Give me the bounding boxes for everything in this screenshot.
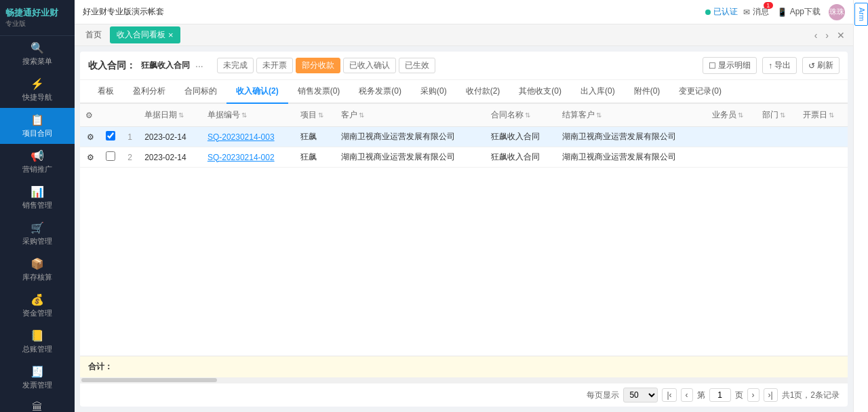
sidebar-icon: ⚡ [31, 77, 44, 90]
main-area: 好业财专业版演示帐套 已认证 ✉ 消息 1 📱 App下载 珠珠 首页 收入合同… [75, 0, 853, 412]
page-unit: 页 [735, 390, 743, 401]
sub-tab-税务发票[interactable]: 税务发票(0) [349, 80, 411, 104]
sub-tab-销售发票[interactable]: 销售发票(0) [288, 80, 350, 104]
th-project[interactable]: 项目 [295, 104, 336, 127]
row-code[interactable]: SQ-20230214-002 [202, 147, 295, 168]
sidebar-icon: 📢 [31, 149, 44, 162]
first-page-button[interactable]: |‹ [662, 388, 676, 402]
sub-tab-收付款[interactable]: 收付款(2) [456, 80, 510, 104]
row-dept [757, 127, 797, 147]
sub-tab-收入确认[interactable]: 收入确认(2) [226, 80, 288, 104]
more-button[interactable]: ··· [195, 60, 203, 71]
status-btn-部分收款[interactable]: 部分收款 [296, 58, 340, 73]
th-code[interactable]: 单据编号 [202, 104, 295, 127]
export-button[interactable]: ↑ 导出 [762, 57, 797, 74]
table-container[interactable]: ⚙单据日期单据编号项目客户合同名称结算客户业务员部门开票日 ⚙12023-02-… [80, 104, 848, 356]
sidebar-item-总账管理[interactable]: 📒总账管理 [0, 324, 75, 360]
horizontal-scrollbar[interactable] [80, 377, 848, 383]
sidebar-icon: 📒 [31, 329, 44, 342]
sidebar-icon: 🔍 [31, 41, 44, 54]
status-btn-已生效[interactable]: 已生效 [399, 58, 435, 73]
certified-status: 已认证 [705, 6, 738, 18]
sub-tab-盈利分析[interactable]: 盈利分析 [123, 80, 175, 104]
row-project: 狂飙 [295, 127, 336, 147]
table-row[interactable]: ⚙22023-02-14SQ-20230214-002狂飙湖南卫视商业运营发展有… [80, 147, 848, 168]
row-checkbox[interactable] [100, 127, 121, 147]
sidebar-item-发票管理[interactable]: 🧾发票管理 [0, 360, 75, 396]
scroll-thumb[interactable] [81, 378, 217, 382]
row-settlement: 湖南卫视商业运营发展有限公司 [557, 147, 706, 168]
row-code-link[interactable]: SQ-20230214-002 [208, 153, 275, 162]
refresh-button[interactable]: ↺ 刷新 [802, 57, 840, 74]
row-project: 狂飙 [295, 147, 336, 168]
th-customer[interactable]: 客户 [336, 104, 485, 127]
footer-label: 合计： [88, 361, 113, 373]
row-code[interactable]: SQ-20230214-003 [202, 127, 295, 147]
th-contract[interactable]: 合同名称 [486, 104, 557, 127]
right-panel: Arm [853, 0, 868, 412]
row-gear[interactable]: ⚙ [80, 147, 100, 168]
msg-button[interactable]: ✉ 消息 1 [743, 6, 769, 18]
sidebar-icon: 💰 [31, 293, 44, 306]
row-code-link[interactable]: SQ-20230214-003 [208, 132, 275, 142]
row-dept [757, 147, 797, 168]
app-title: 畅捷通好业财 [5, 7, 69, 19]
last-page-button[interactable]: ›| [764, 388, 778, 402]
sub-tab-采购[interactable]: 采购(0) [411, 80, 456, 104]
row-gear[interactable]: ⚙ [80, 127, 100, 147]
arm-button[interactable]: Arm [854, 3, 868, 26]
next-page-button[interactable]: › [747, 388, 760, 402]
sidebar-item-搜索菜单[interactable]: 🔍搜索菜单 [0, 36, 75, 72]
page-input[interactable] [709, 388, 731, 402]
tab-next-button[interactable]: › [823, 29, 831, 42]
sidebar-item-采购管理[interactable]: 🛒采购管理 [0, 216, 75, 252]
status-btn-未完成[interactable]: 未完成 [217, 58, 254, 73]
refresh-icon: ↺ [808, 61, 815, 71]
th-date[interactable]: 单据日期 [139, 104, 202, 127]
sidebar-label: 销售管理 [22, 200, 52, 210]
th-num [121, 104, 139, 127]
tab-prev-button[interactable]: ‹ [812, 29, 821, 42]
app-download-button[interactable]: 📱 App下载 [777, 6, 821, 18]
sidebar-item-销售管理[interactable]: 📊销售管理 [0, 180, 75, 216]
sidebar-item-项目合同[interactable]: 📋项目合同 [0, 108, 75, 144]
row-checkbox[interactable] [100, 147, 121, 168]
sub-tab-合同标的[interactable]: 合同标的 [175, 80, 226, 104]
th-settlement[interactable]: 结算客户 [557, 104, 706, 127]
row-settlement: 湖南卫视商业运营发展有限公司 [557, 127, 706, 147]
sidebar-item-快捷导航[interactable]: ⚡快捷导航 [0, 72, 75, 108]
sub-tab-出入库[interactable]: 出入库(0) [571, 80, 625, 104]
th-invoice_date[interactable]: 开票日 [797, 104, 848, 127]
status-buttons: 未完成未开票部分收款已收入确认已生效 [217, 58, 435, 73]
tab-close-all-button[interactable]: ✕ [834, 29, 848, 42]
row-invoice_date [797, 147, 848, 168]
user-avatar[interactable]: 珠珠 [829, 4, 845, 20]
tab-close-button[interactable]: × [168, 30, 174, 40]
sidebar-logo: 畅捷通好业财 专业版 [0, 0, 75, 36]
sidebar-item-资金管理[interactable]: 💰资金管理 [0, 288, 75, 324]
sub-tab-附件[interactable]: 附件(0) [625, 80, 670, 104]
row-checkbox-input[interactable] [106, 131, 115, 141]
prev-page-button[interactable]: ‹ [681, 388, 693, 402]
per-page-select[interactable]: 50 100 200 [623, 388, 658, 402]
show-details-button[interactable]: ☐ 显示明细 [703, 57, 757, 74]
th-dept[interactable]: 部门 [757, 104, 797, 127]
home-tab[interactable]: 首页 [80, 26, 107, 43]
msg-badge: 1 [764, 2, 773, 9]
status-btn-未开票[interactable]: 未开票 [256, 58, 293, 73]
sub-tab-看板[interactable]: 看板 [88, 80, 123, 104]
table-row[interactable]: ⚙12023-02-14SQ-20230214-003狂飙湖南卫视商业运营发展有… [80, 127, 848, 147]
sub-tab-其他收支[interactable]: 其他收支(0) [509, 80, 571, 104]
status-btn-已收入确认[interactable]: 已收入确认 [343, 58, 396, 73]
export-icon: ↑ [768, 61, 772, 71]
row-num: 1 [121, 127, 139, 147]
total-info: 共1页，2条记录 [782, 390, 840, 401]
sidebar-item-库存核算[interactable]: 📦库存核算 [0, 252, 75, 288]
sub-tabs: 看板盈利分析合同标的收入确认(2)销售发票(0)税务发票(0)采购(0)收付款(… [80, 80, 848, 104]
sub-tab-变更记录[interactable]: 变更记录(0) [669, 80, 731, 104]
th-salesperson[interactable]: 业务员 [707, 104, 757, 127]
active-tab[interactable]: 收入合同看板 × [110, 26, 180, 43]
sidebar-item-营销推广[interactable]: 📢营销推广 [0, 144, 75, 180]
row-checkbox-input[interactable] [106, 151, 115, 161]
sidebar-item-税务管理[interactable]: 🏛税务管理 [0, 396, 75, 412]
